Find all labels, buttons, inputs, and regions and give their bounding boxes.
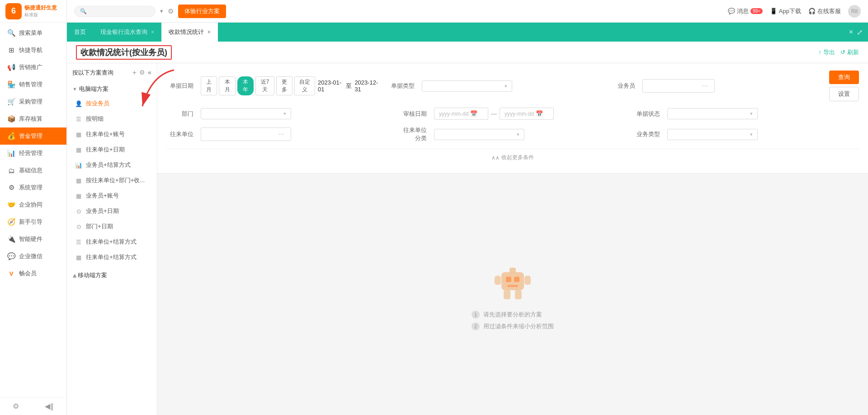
dept-filter-label: 部门 (166, 110, 193, 118)
staff-more-icon[interactable]: ··· (700, 82, 710, 90)
tab-bank-close[interactable]: × (151, 29, 154, 35)
logo-icon: 6 (5, 3, 22, 19)
mobile-section: ▶ 移动端方案 (67, 267, 157, 284)
app-download-btn[interactable]: 📱 App下载 (770, 7, 801, 15)
sidebar-item-quicknav[interactable]: ⊞ 快捷导航 (0, 42, 66, 59)
tree-item-unit-date[interactable]: ▦ 往来单位+日期 (67, 142, 157, 157)
sidebar-item-purchase[interactable]: 🛒 采购管理 (0, 93, 66, 110)
tree-item-by-staff[interactable]: 👤 按业务员 (67, 96, 157, 111)
tabbar-close-btn[interactable]: × (849, 28, 853, 36)
sidebar-settings-btn[interactable]: ⚙ (13, 402, 19, 410)
tab-collection[interactable]: 收款情况统计 × (161, 23, 218, 42)
messages-btn[interactable]: 💬 消息 99+ (728, 7, 763, 15)
tree-item-by-detail[interactable]: ☰ 按明细 (67, 111, 157, 127)
sidebar-item-inventory[interactable]: 📦 库存核算 (0, 110, 66, 127)
left-panel: 按以下方案查询 + ⚙ « ▼ 电脑端方案 👤 按业务员 ☰ (67, 63, 157, 415)
topbar-search-icon: 🔍 (80, 8, 87, 14)
tab-bank-label: 现金银行流水查询 (100, 28, 147, 36)
topbar-gear-icon[interactable]: ⚙ (168, 7, 174, 15)
sidebar-item-member[interactable]: V 畅会员 (0, 265, 66, 282)
panel-add-btn[interactable]: + (132, 69, 137, 77)
sidebar-item-sales[interactable]: 🏪 销售管理 (0, 76, 66, 93)
tree-item-label-staff-account: 业务员+账号 (86, 192, 119, 200)
more-btn[interactable]: 更多 (276, 76, 292, 95)
partner-cat-chevron: ▾ (517, 132, 519, 137)
tree-item-unit-dept[interactable]: ▦ 按往来单位+部门+收... (67, 173, 157, 188)
tree-item-staff-payment[interactable]: 📊 业务员+结算方式 (67, 157, 157, 173)
panel-settings-btn[interactable]: ⚙ (139, 69, 145, 77)
sidebar-item-system[interactable]: ⚙ 系统管理 (0, 179, 66, 196)
dept-chevron: ▾ (283, 111, 286, 117)
robot-illustration (490, 259, 535, 305)
tree-item-unit-payment1[interactable]: ☰ 往来单位+结算方式 (67, 234, 157, 250)
voucher-status-select[interactable]: ▾ (667, 108, 758, 119)
voucher-type-select[interactable]: ▾ (422, 80, 512, 92)
sidebar: 6 畅捷通好生意 标准版 🔍 搜索菜单 ⊞ 快捷导航 📢 营销推广 🏪 销售管理… (0, 0, 67, 415)
partner-select[interactable]: ··· (201, 127, 291, 141)
tree-item-label-by-staff: 按业务员 (86, 99, 109, 108)
operations-icon: 📊 (7, 149, 15, 157)
tree-item-label-dept-date: 部门+日期 (86, 222, 113, 231)
this-year-btn[interactable]: 本年 (237, 76, 254, 95)
review-date-to[interactable]: yyyy-mm-dd 📅 (500, 108, 554, 120)
sidebar-item-basic[interactable]: 🗂 基础信息 (0, 162, 66, 179)
user-avatar-btn[interactable]: Rit (848, 5, 861, 18)
biz-type-control: ▾ (667, 129, 859, 140)
filter-row-partner: 往来单位 ··· 往来单位分类 ▾ 业务类型 (166, 126, 859, 142)
date-quick-btns: 上月 本月 本年 近7天 更多 自定义 (201, 76, 315, 95)
page-title: 收款情况统计(按业务员) (76, 45, 172, 60)
last7-btn[interactable]: 近7天 (255, 76, 274, 95)
tree-item-unit-payment2[interactable]: ▦ 往来单位+结算方式 (67, 250, 157, 265)
tree-item-staff-account[interactable]: ▦ 业务员+账号 (67, 188, 157, 203)
svg-rect-2 (514, 277, 519, 282)
partner-more-icon[interactable]: ··· (277, 130, 286, 138)
export-btn[interactable]: ↑ 导出 (819, 48, 835, 57)
sidebar-item-wechat[interactable]: 💬 企业微信 (0, 248, 66, 265)
review-date-control: yyyy-mm-dd 📅 — yyyy-mm-dd 📅 (434, 108, 626, 120)
topbar-search-box[interactable]: 🔍 (74, 6, 156, 17)
mobile-section-header[interactable]: ▶ 移动端方案 (67, 269, 157, 282)
biz-type-select[interactable]: ▾ (667, 129, 758, 140)
sidebar-item-finance[interactable]: 💰 资金管理 (0, 127, 66, 145)
tab-bank[interactable]: 现金银行流水查询 × (93, 23, 161, 42)
tree-item-dept-date[interactable]: ⊙ 部门+日期 (67, 219, 157, 234)
tree-item-staff-date[interactable]: ⊙ 业务员+日期 (67, 203, 157, 219)
online-service-btn[interactable]: 🎧 在线客服 (808, 7, 841, 15)
topbar-dropdown-icon[interactable]: ▾ (160, 8, 163, 14)
staff-select[interactable]: ··· (642, 79, 715, 93)
partner-cat-select[interactable]: ▾ (434, 129, 524, 140)
filter-area: 单据日期 上月 本月 本年 近7天 更多 自定义 2023-01-01 至 (157, 63, 868, 174)
date-dash: 至 (346, 82, 352, 90)
sidebar-label-basic: 基础信息 (19, 166, 42, 174)
sidebar-item-hardware[interactable]: 🔌 智能硬件 (0, 231, 66, 248)
review-date-from[interactable]: yyyy-mm-dd 📅 (434, 108, 488, 120)
settings-btn[interactable]: 设置 (829, 87, 859, 101)
sidebar-item-search[interactable]: 🔍 搜索菜单 (0, 24, 66, 42)
topbar-left: 🔍 ▾ ⚙ 体验行业方案 (74, 5, 226, 18)
collapse-bar[interactable]: ∧∧ 收起更多条件 (166, 149, 859, 166)
quicknav-icon: ⊞ (7, 46, 15, 54)
tab-home[interactable]: 首页 (67, 23, 93, 42)
tree-item-label-staff-date: 业务员+日期 (86, 207, 119, 215)
trial-btn[interactable]: 体验行业方案 (178, 5, 226, 18)
sidebar-collapse-btn[interactable]: ◀‖ (45, 402, 54, 410)
query-btn[interactable]: 查询 (829, 71, 859, 84)
tab-collection-close[interactable]: × (208, 29, 211, 35)
sidebar-item-guide[interactable]: 🧭 新手引导 (0, 213, 66, 231)
panel-collapse-btn[interactable]: « (148, 69, 151, 77)
sidebar-item-marketing[interactable]: 📢 营销推广 (0, 59, 66, 76)
desktop-section-header[interactable]: ▼ 电脑端方案 (67, 82, 157, 96)
tree-item-unit-account[interactable]: ▦ 往来单位+账号 (67, 127, 157, 142)
sidebar-item-enterprise[interactable]: 🤝 企业协同 (0, 196, 66, 213)
custom-btn[interactable]: 自定义 (294, 76, 315, 95)
tree-item-label-unit-payment2: 往来单位+结算方式 (86, 253, 137, 261)
prev-month-btn[interactable]: 上月 (201, 76, 217, 95)
topbar: 🔍 ▾ ⚙ 体验行业方案 💬 消息 99+ 📱 App下载 🎧 在线客服 Ri (67, 0, 868, 23)
dept-select[interactable]: ▾ (201, 108, 291, 119)
tabbar-expand-btn[interactable]: ⤢ (857, 28, 863, 37)
sidebar-item-operations[interactable]: 📊 经营管理 (0, 145, 66, 162)
wechat-icon: 💬 (7, 252, 15, 260)
tip-item-1: 1 请先选择要分析的方案 (472, 311, 554, 319)
this-month-btn[interactable]: 本月 (219, 76, 235, 95)
refresh-btn[interactable]: ↺ 刷新 (840, 48, 859, 57)
